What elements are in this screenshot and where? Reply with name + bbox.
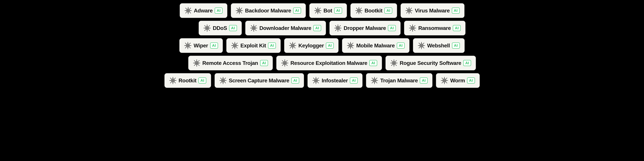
card-backdoor-malware[interactable]: Backdoor Malware AI — [230, 3, 306, 18]
svg-point-166 — [421, 45, 421, 46]
card-label-remote-access-trojan: Remote Access Trojan — [202, 60, 258, 66]
card-keylogger[interactable]: Keylogger AI — [284, 38, 339, 53]
virus-icon — [219, 77, 227, 84]
svg-point-262 — [444, 80, 444, 81]
card-label-wiper: Wiper — [194, 43, 208, 49]
ai-badge-wiper: AI — [210, 43, 218, 49]
svg-line-6 — [190, 12, 191, 13]
svg-point-239 — [316, 80, 317, 81]
svg-line-245 — [372, 78, 373, 79]
virus-icon — [347, 42, 354, 49]
card-remote-access-trojan[interactable]: Remote Access Trojan AI — [188, 55, 273, 71]
card-resource-exploitation-malware[interactable]: Resource Exploitation Malware AI — [276, 55, 382, 71]
card-screen-capture-malware[interactable]: Screen Capture Malware AI — [214, 73, 304, 88]
svg-line-65 — [204, 26, 205, 26]
svg-point-252 — [443, 79, 446, 82]
ai-badge-virus-malware: AI — [452, 8, 460, 14]
card-rootkit[interactable]: Rootkit AI — [164, 73, 212, 88]
svg-point-227 — [223, 80, 224, 81]
svg-point-23 — [240, 10, 240, 11]
card-infostealer[interactable]: Infostealer AI — [307, 73, 363, 88]
card-webshell[interactable]: Webshell AI — [413, 38, 465, 53]
card-label-exploit-kit: Exploit Kit — [240, 43, 266, 49]
svg-point-47 — [359, 10, 360, 11]
svg-line-149 — [348, 43, 349, 44]
card-label-keylogger: Keylogger — [298, 43, 324, 49]
svg-line-19 — [241, 8, 242, 9]
svg-point-46 — [358, 10, 359, 11]
virus-icon — [312, 77, 320, 84]
svg-line-80 — [251, 30, 252, 31]
card-mobile-malware[interactable]: Mobile Malware AI — [342, 38, 410, 53]
svg-line-246 — [376, 82, 377, 83]
svg-line-188 — [282, 65, 283, 66]
svg-point-36 — [357, 9, 360, 12]
card-ransomware[interactable]: Ransomware AI — [404, 21, 466, 36]
card-exploit-kit[interactable]: Exploit Kit AI — [226, 38, 281, 53]
svg-line-32 — [315, 12, 316, 13]
row-4: Remote Access Trojan AI Resource Exploit… — [3, 55, 641, 71]
svg-point-215 — [173, 80, 174, 81]
card-downloader-malware[interactable]: Downloader Malware AI — [245, 21, 326, 36]
svg-line-210 — [174, 82, 176, 83]
ai-badge-remote-access-trojan: AI — [260, 60, 268, 66]
svg-point-10 — [188, 10, 188, 11]
card-adware[interactable]: Adware AI — [180, 3, 228, 18]
svg-line-8 — [186, 12, 186, 13]
svg-line-91 — [340, 26, 340, 26]
card-bot[interactable]: Bot AI — [309, 3, 347, 18]
svg-line-211 — [174, 78, 176, 79]
ai-badge-adware: AI — [215, 8, 222, 14]
svg-line-42 — [360, 12, 362, 13]
svg-point-144 — [349, 44, 352, 47]
svg-line-66 — [209, 30, 210, 31]
svg-line-150 — [352, 47, 353, 48]
card-worm[interactable]: Worm AI — [436, 73, 480, 88]
svg-line-163 — [423, 43, 424, 44]
svg-line-247 — [376, 78, 377, 79]
svg-point-0 — [186, 9, 190, 12]
card-label-dropper-malware: Dropper Malware — [344, 25, 386, 31]
svg-point-251 — [375, 80, 375, 81]
virus-icon — [281, 59, 288, 67]
svg-point-120 — [233, 44, 236, 47]
svg-point-60 — [206, 26, 209, 30]
svg-point-238 — [315, 80, 316, 81]
svg-point-167 — [422, 45, 422, 46]
card-label-worm: Worm — [450, 77, 465, 84]
ai-badge-infostealer: AI — [350, 77, 358, 84]
card-ddos[interactable]: DDoS AI — [198, 21, 242, 36]
svg-point-131 — [235, 45, 236, 46]
card-virus-malware[interactable]: Virus Malware AI — [400, 3, 464, 18]
svg-point-168 — [195, 61, 198, 65]
svg-line-223 — [225, 78, 226, 79]
virus-icon — [184, 42, 192, 49]
svg-line-53 — [406, 8, 407, 9]
card-label-ransomware: Ransomware — [418, 25, 451, 31]
svg-line-89 — [336, 26, 336, 26]
svg-line-101 — [410, 26, 411, 26]
svg-line-235 — [318, 78, 318, 79]
svg-point-94 — [337, 28, 338, 28]
svg-line-43 — [360, 8, 362, 9]
virus-icon — [204, 24, 211, 32]
card-label-webshell: Webshell — [427, 43, 450, 49]
svg-line-54 — [411, 12, 412, 13]
card-dropper-malware[interactable]: Dropper Malware AI — [329, 21, 401, 36]
card-bootkit[interactable]: Bootkit AI — [350, 3, 398, 18]
card-wiper[interactable]: Wiper AI — [179, 38, 223, 53]
card-label-ddos: DDoS — [213, 25, 227, 31]
svg-line-18 — [241, 12, 242, 13]
svg-line-128 — [232, 47, 233, 48]
svg-point-12 — [238, 9, 241, 12]
virus-icon — [441, 77, 448, 84]
svg-line-79 — [256, 26, 256, 26]
svg-point-191 — [285, 63, 286, 63]
card-trojan-malware[interactable]: Trojan Malware AI — [366, 73, 433, 88]
svg-line-55 — [411, 8, 412, 9]
svg-line-78 — [256, 30, 256, 31]
card-rogue-security-software[interactable]: Rogue Security Software AI — [385, 55, 476, 71]
card-label-rootkit: Rootkit — [178, 77, 196, 84]
svg-point-190 — [284, 63, 284, 63]
ai-badge-ddos: AI — [229, 25, 237, 31]
